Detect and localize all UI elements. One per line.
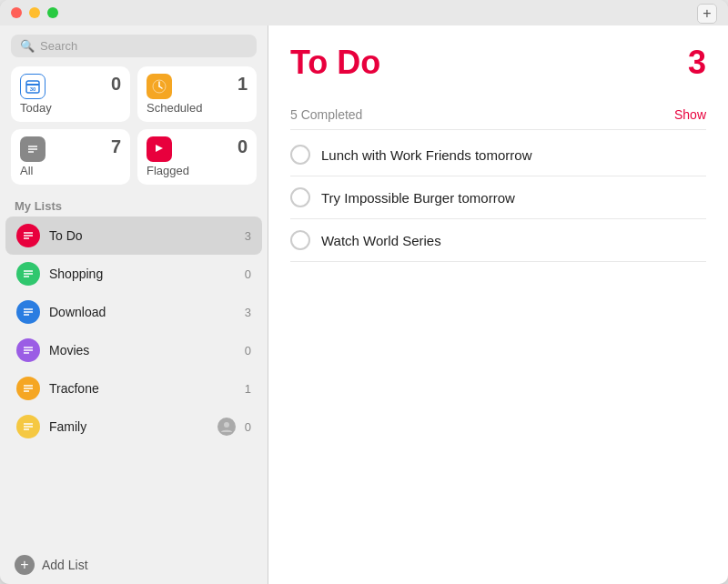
svg-rect-1 (26, 84, 39, 86)
close-button[interactable] (11, 7, 22, 18)
smart-list-all[interactable]: 7 All (11, 129, 130, 185)
all-icon (20, 136, 46, 162)
smart-lists-grid: 30 0 Today (0, 66, 268, 196)
add-list-footer[interactable]: + Add List (0, 546, 268, 584)
add-button[interactable]: + (697, 4, 717, 24)
smart-list-today-top: 30 0 (20, 74, 121, 99)
search-bar[interactable]: 🔍 Search (11, 35, 257, 57)
maximize-button[interactable] (47, 7, 58, 18)
scheduled-icon (147, 74, 172, 99)
tracfone-icon (16, 377, 40, 400)
titlebar: + (0, 0, 728, 25)
scheduled-count: 1 (238, 74, 248, 95)
movies-name: Movies (49, 343, 236, 357)
download-name: Download (49, 305, 236, 319)
app-window: + 🔍 Search (0, 0, 728, 584)
family-badge: 0 (245, 420, 251, 434)
shopping-name: Shopping (49, 267, 236, 281)
completed-text: 5 Completed (290, 107, 362, 122)
download-badge: 3 (245, 306, 251, 319)
list-item-tracfone[interactable]: Tracfone 1 (5, 369, 262, 408)
smart-list-scheduled[interactable]: 1 Scheduled (137, 66, 257, 122)
today-icon: 30 (20, 74, 46, 99)
todo-text-2: Try Impossible Burger tomorrow (321, 190, 515, 206)
todo-checkbox-2[interactable] (290, 187, 310, 207)
content-title: To Do (290, 44, 380, 82)
smart-list-all-top: 7 (20, 136, 121, 162)
todo-badge: 3 (245, 229, 251, 243)
search-container: 🔍 Search (0, 35, 268, 66)
content-area: To Do 3 5 Completed Show Lunch with Work… (268, 25, 728, 584)
family-avatar (217, 418, 236, 436)
all-label: All (20, 164, 121, 177)
today-label: Today (20, 101, 121, 115)
todo-name: To Do (49, 228, 236, 243)
all-count: 7 (111, 136, 121, 157)
sidebar: 🔍 Search 30 (0, 25, 268, 584)
show-link[interactable]: Show (674, 107, 706, 122)
content-header: To Do 3 (290, 44, 706, 82)
todo-item-1: Lunch with Work Friends tomorrow (290, 134, 706, 176)
todo-item-3: Watch World Series (290, 219, 706, 262)
family-name: Family (49, 419, 208, 434)
smart-list-scheduled-top: 1 (147, 74, 248, 99)
download-icon (16, 300, 40, 324)
todo-checkbox-1[interactable] (290, 145, 310, 165)
completed-row: 5 Completed Show (290, 100, 706, 130)
today-count: 0 (111, 74, 121, 95)
list-items-container: To Do 3 Shopping 0 (0, 216, 268, 546)
svg-text:30: 30 (30, 86, 36, 92)
content-count: 3 (688, 44, 706, 82)
svg-point-30 (224, 422, 229, 428)
minimize-button[interactable] (29, 7, 40, 18)
family-icon (16, 415, 40, 438)
list-item-download[interactable]: Download 3 (5, 293, 262, 331)
flagged-label: Flagged (147, 164, 248, 177)
smart-list-flagged-top: 0 (147, 136, 248, 162)
movies-badge: 0 (245, 344, 251, 357)
smart-list-flagged[interactable]: 0 Flagged (137, 129, 257, 185)
list-item-shopping[interactable]: Shopping 0 (5, 255, 262, 293)
search-icon: 🔍 (20, 39, 35, 53)
add-list-icon: + (15, 555, 35, 575)
tracfone-badge: 1 (245, 382, 251, 396)
add-list-label: Add List (42, 558, 88, 572)
flagged-icon (147, 136, 172, 162)
tracfone-name: Tracfone (49, 381, 236, 396)
list-item-family[interactable]: Family 0 (5, 408, 262, 446)
todo-item-2: Try Impossible Burger tomorrow (290, 176, 706, 219)
main-layout: 🔍 Search 30 (0, 25, 728, 584)
shopping-icon (16, 262, 40, 286)
flagged-count: 0 (238, 136, 248, 157)
todo-icon (16, 224, 40, 247)
todo-checkbox-3[interactable] (290, 230, 310, 250)
movies-icon (16, 338, 40, 362)
todo-text-1: Lunch with Work Friends tomorrow (321, 147, 531, 163)
scheduled-label: Scheduled (147, 101, 248, 115)
list-item-todo[interactable]: To Do 3 (5, 216, 262, 255)
todo-text-3: Watch World Series (321, 233, 441, 248)
my-lists-label: My Lists (0, 196, 268, 216)
traffic-lights (11, 7, 58, 18)
search-placeholder: Search (40, 39, 77, 53)
list-item-movies[interactable]: Movies 0 (5, 331, 262, 369)
shopping-badge: 0 (245, 267, 251, 281)
smart-list-today[interactable]: 30 0 Today (11, 66, 130, 122)
